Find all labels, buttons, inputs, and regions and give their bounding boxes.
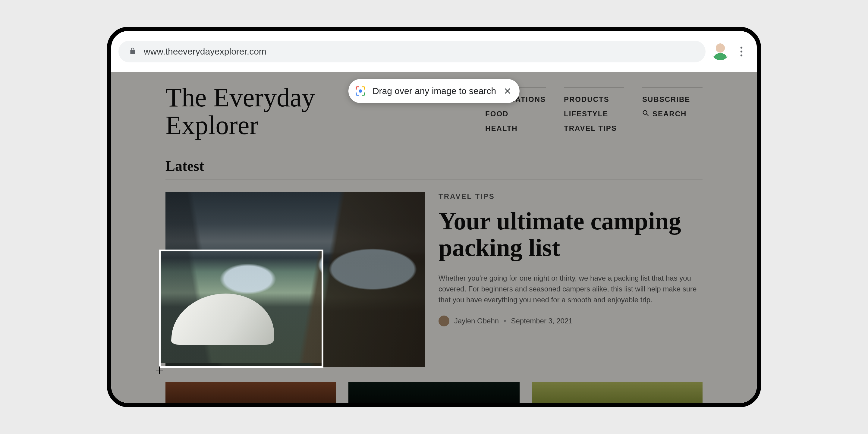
thumbnail-3[interactable]	[532, 382, 703, 403]
nav-search[interactable]: SEARCH	[642, 107, 703, 121]
lens-icon	[355, 86, 366, 96]
article-body: TRAVEL TIPS Your ultimate camping packin…	[438, 192, 703, 367]
author-name[interactable]: Jaylen Gbehn	[454, 317, 499, 325]
nav-lifestyle[interactable]: LIFESTYLE	[564, 107, 624, 121]
featured-article: TRAVEL TIPS Your ultimate camping packin…	[165, 192, 703, 367]
lens-tooltip-text: Drag over any image to search	[373, 86, 496, 96]
nav-column-2: PRODUCTS LIFESTYLE TRAVEL TIPS	[564, 87, 624, 135]
lens-tooltip-close[interactable]	[503, 86, 513, 96]
svg-line-4	[647, 114, 648, 116]
page-content: The Everyday Explorer DESTINATIONS FOOD …	[111, 72, 757, 403]
section-divider	[165, 180, 703, 180]
nav-column-3: SUBSCRIBE SEARCH	[642, 87, 703, 135]
browser-window: www.theeverydayexplorer.com The Everyday…	[107, 27, 761, 407]
article-title[interactable]: Your ultimate camping packing list	[438, 208, 703, 261]
lock-icon	[129, 47, 136, 56]
section-latest-title: Latest	[165, 158, 703, 174]
nav-food[interactable]: FOOD	[485, 107, 546, 121]
author-avatar[interactable]	[438, 315, 450, 327]
browser-toolbar: www.theeverydayexplorer.com	[111, 31, 757, 72]
svg-point-2	[741, 54, 742, 56]
article-thumbnails	[165, 382, 703, 403]
thumbnail-1[interactable]	[165, 382, 336, 403]
article-hero-image[interactable]	[165, 192, 425, 367]
svg-point-5	[359, 90, 362, 93]
article-date: September 3, 2021	[511, 317, 572, 325]
article-excerpt: Whether you're going for one night or th…	[438, 273, 703, 305]
search-icon	[642, 110, 649, 118]
url-text: www.theeverydayexplorer.com	[144, 46, 267, 57]
profile-avatar[interactable]	[712, 43, 729, 60]
svg-point-3	[643, 111, 647, 115]
nav-travel-tips[interactable]: TRAVEL TIPS	[564, 121, 624, 135]
svg-point-1	[741, 50, 742, 52]
article-kicker[interactable]: TRAVEL TIPS	[438, 192, 703, 201]
more-menu-button[interactable]	[735, 45, 748, 58]
site-title: The Everyday Explorer	[165, 84, 315, 140]
thumbnail-2[interactable]	[348, 382, 519, 403]
site-title-line1: The Everyday	[165, 83, 315, 112]
site-title-line2: Explorer	[165, 111, 258, 140]
nav-subscribe[interactable]: SUBSCRIBE	[642, 92, 703, 107]
lens-tooltip: Drag over any image to search	[348, 79, 520, 103]
nav-products[interactable]: PRODUCTS	[564, 92, 624, 107]
svg-point-0	[741, 46, 742, 48]
article-byline: Jaylen Gbehn • September 3, 2021	[438, 315, 703, 327]
byline-separator: •	[504, 317, 506, 325]
address-bar[interactable]: www.theeverydayexplorer.com	[119, 41, 706, 62]
nav-search-label: SEARCH	[652, 110, 687, 118]
page-viewport: The Everyday Explorer DESTINATIONS FOOD …	[111, 72, 757, 403]
nav-health[interactable]: HEALTH	[485, 121, 546, 135]
